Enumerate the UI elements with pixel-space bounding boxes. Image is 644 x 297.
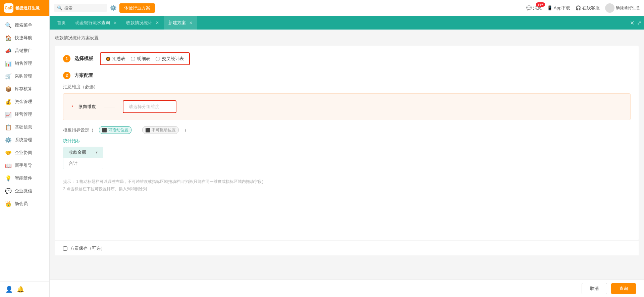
logo-text: CaR <box>5 6 13 10</box>
sidebar-item-label: 系统管理 <box>15 137 32 143</box>
header: 🔍 ⚙️ 体验行业方案 💬 消息 99+ 📱 App下载 🎧 在线客服 畅捷通好… <box>50 0 644 16</box>
sidebar-item[interactable]: 💬 企业微信 <box>0 185 49 197</box>
step2-header: 2 方案配置 <box>63 72 631 79</box>
tab[interactable]: 现金银行流水查询✕ <box>70 16 121 30</box>
radio-summary-input[interactable] <box>106 57 110 61</box>
dimension-area: * 纵向维度 —— 请选择分组维度 <box>63 93 631 120</box>
header-search-box: 🔍 <box>54 4 107 12</box>
sidebar-item[interactable]: 📈 经营管理 <box>0 108 49 121</box>
save-checkbox[interactable] <box>63 246 67 251</box>
summary-dim-title: 汇总维度（必选） <box>63 84 631 90</box>
tab[interactable]: 首页 <box>52 16 70 30</box>
notification-icon: 💬 <box>526 5 532 10</box>
search-icon: 🔍 <box>57 5 62 10</box>
expand-tab-icon[interactable]: ⤢ <box>637 20 641 26</box>
tips-section: 提示： 1.拖动标题栏可以调整布局，不可跨维度或指标区域拖动栏目字段(只能在同一… <box>63 178 631 193</box>
sidebar-item[interactable]: ⚙️ 系统管理 <box>0 134 49 146</box>
save-row: 方案保存（可选） <box>55 241 639 255</box>
user-avatar-item[interactable]: 畅捷通好生意 <box>605 3 640 13</box>
radio-summary[interactable]: 汇总表 <box>106 56 125 62</box>
sidebar-icon: 📣 <box>5 48 11 54</box>
download-icon: 📱 <box>547 5 552 10</box>
dim-required-mark: * <box>71 104 73 109</box>
sidebar-footer-icon2[interactable]: 🔔 <box>17 286 24 293</box>
sidebar-item[interactable]: 💰 资金管理 <box>0 95 49 108</box>
notification-item[interactable]: 💬 消息 99+ <box>526 5 542 11</box>
sidebar-item[interactable]: 📣 营销推广 <box>0 44 49 57</box>
dim-select-box[interactable]: 请选择分组维度 <box>123 100 176 113</box>
avatar <box>605 3 614 13</box>
tab-label: 首页 <box>57 20 66 26</box>
search-input[interactable] <box>64 6 104 10</box>
movable-label: 可拖动位置 <box>108 127 128 133</box>
sidebar-footer-icon1[interactable]: 👤 <box>5 286 13 293</box>
save-label: 方案保存（可选） <box>70 245 105 251</box>
radio-detail-input[interactable] <box>131 57 135 61</box>
tab-close-icon[interactable]: ✕ <box>156 20 159 25</box>
sidebar-item-label: 采购管理 <box>15 73 32 79</box>
service-item[interactable]: 🎧 在线客服 <box>576 5 600 11</box>
main-content: 收款情况统计方案设置 1 选择模板 汇总表 明细表 交叉统计表 <box>50 30 644 297</box>
trial-button[interactable]: 体验行业方案 <box>119 3 155 13</box>
sidebar-icon: 🛒 <box>5 73 11 79</box>
radio-cross-input[interactable] <box>156 57 160 61</box>
tab-close-icon[interactable]: ✕ <box>113 20 117 25</box>
sidebar-nav: 🔍 搜索菜单 🏠 快捷导航 📣 营销推广 📊 销售管理 🛒 采购管理 📦 库存核… <box>0 16 49 281</box>
service-label: 在线客服 <box>582 5 600 11</box>
sidebar-icon: 🔍 <box>5 22 11 28</box>
notification-badge: 99+ <box>536 2 545 7</box>
sidebar-item[interactable]: 🏠 快捷导航 <box>0 32 49 44</box>
metrics-col-name: 收款金额 <box>69 149 86 155</box>
sidebar-item[interactable]: 📦 库存核算 <box>0 83 49 95</box>
radio-cross-label: 交叉统计表 <box>162 56 184 62</box>
stats-title: 统计指标 <box>63 138 631 144</box>
tabs-bar: 首页现金银行流水查询✕收款情况统计✕新建方案✕ ✕ ⤢ <box>50 16 644 30</box>
download-label: App下载 <box>554 5 570 11</box>
cancel-button[interactable]: 取消 <box>582 283 607 294</box>
sidebar: CaR 畅捷通好生意 🔍 搜索菜单 🏠 快捷导航 📣 营销推广 📊 销售管理 🛒… <box>0 0 50 297</box>
sidebar-item-label: 销售管理 <box>15 60 32 66</box>
sidebar-icon: 💬 <box>5 188 11 194</box>
download-item[interactable]: 📱 App下载 <box>547 5 570 11</box>
radio-detail[interactable]: 明细表 <box>131 56 150 62</box>
sidebar-logo: CaR 畅捷通好生意 <box>0 0 49 16</box>
step2-label: 方案配置 <box>74 72 93 79</box>
sidebar-item-label: 新手引导 <box>15 162 32 168</box>
sidebar-item[interactable]: 📋 基础信息 <box>0 121 49 134</box>
sidebar-item-label: 畅会员 <box>15 201 28 207</box>
sidebar-icon: 👑 <box>5 201 11 207</box>
bottom-bar: 取消 查询 <box>50 280 644 297</box>
sidebar-item-label: 营销推广 <box>15 48 32 54</box>
sidebar-item[interactable]: 🛒 采购管理 <box>0 70 49 83</box>
tab-close-icon[interactable]: ✕ <box>189 20 193 25</box>
tab[interactable]: 收款情况统计✕ <box>121 16 164 30</box>
sidebar-item[interactable]: 🤝 企业协同 <box>0 146 49 159</box>
header-left: 🔍 ⚙️ 体验行业方案 <box>54 3 155 13</box>
sidebar-item[interactable]: 💡 智能硬件 <box>0 172 49 185</box>
query-button[interactable]: 查询 <box>611 283 636 294</box>
tab[interactable]: 新建方案✕ <box>164 16 197 30</box>
tip-line2: 2.点击标题栏下拉可设置排序、插入列和删除列 <box>63 186 631 193</box>
step2-num: 2 <box>63 72 70 79</box>
tab-label: 收款情况统计 <box>126 20 152 26</box>
close-tab-icon[interactable]: ✕ <box>630 20 634 26</box>
metrics-col-header[interactable]: 收款金额 ▾ <box>63 147 103 158</box>
sidebar-item[interactable]: 🔍 搜索菜单 <box>0 19 49 32</box>
sidebar-icon: 📦 <box>5 86 11 92</box>
template-box: 汇总表 明细表 交叉统计表 <box>100 52 190 65</box>
metrics-header-end: ） <box>184 127 189 133</box>
gear-icon[interactable]: ⚙️ <box>110 5 117 11</box>
service-icon: 🎧 <box>576 5 581 10</box>
dim-placeholder: 请选择分组维度 <box>129 104 159 110</box>
step2-section: 2 方案配置 汇总维度（必选） * 纵向维度 —— 请选择分组维度 模板指标设定… <box>63 72 631 193</box>
tab-label: 新建方案 <box>168 20 186 26</box>
username: 畅捷通好生意 <box>616 5 640 11</box>
sidebar-item[interactable]: 📊 销售管理 <box>0 57 49 70</box>
step1-num: 1 <box>63 55 70 62</box>
metrics-table: 收款金额 ▾ 合计 <box>63 147 103 169</box>
tip-line1: 提示： 1.拖动标题栏可以调整布局，不可跨维度或指标区域拖动栏目字段(只能在同一… <box>63 178 631 186</box>
sidebar-item[interactable]: 👑 畅会员 <box>0 197 49 210</box>
sidebar-icon: 🏠 <box>5 35 11 41</box>
sidebar-item[interactable]: 📖 新手引导 <box>0 159 49 172</box>
radio-cross[interactable]: 交叉统计表 <box>156 56 184 62</box>
